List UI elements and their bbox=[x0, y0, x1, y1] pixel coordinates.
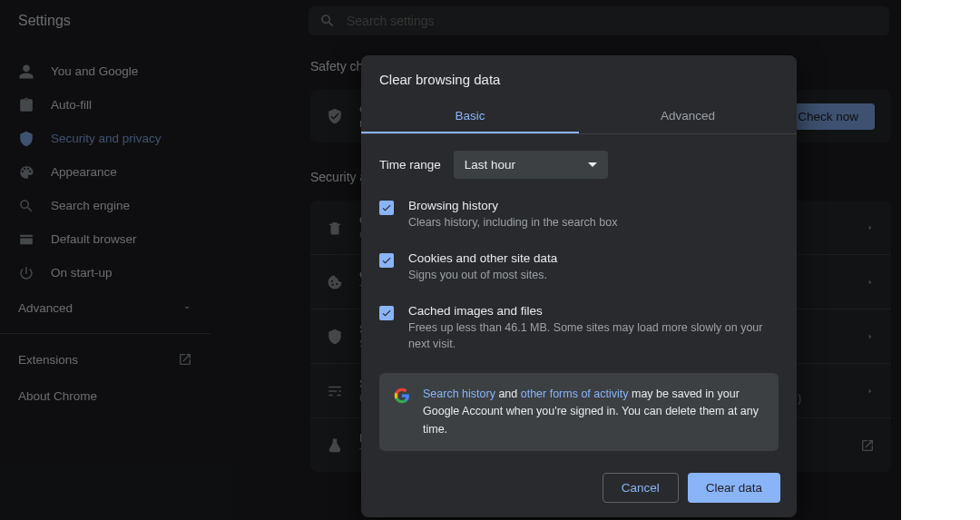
tab-basic[interactable]: Basic bbox=[361, 100, 579, 133]
search-field[interactable] bbox=[347, 14, 878, 28]
sidebar-item-appearance[interactable]: Appearance bbox=[0, 155, 211, 189]
sidebar-item-label: You and Google bbox=[51, 64, 138, 78]
sidebar-item-on-startup[interactable]: On start-up bbox=[0, 256, 211, 289]
dialog-title: Clear browsing data bbox=[361, 55, 797, 100]
option-subtitle: Frees up less than 46.1 MB. Some sites m… bbox=[408, 319, 779, 354]
checkbox-browsing-history[interactable] bbox=[379, 201, 394, 215]
trash-icon bbox=[327, 220, 343, 236]
option-browsing-history: Browsing history Clears history, includi… bbox=[379, 199, 779, 231]
page-title: Settings bbox=[18, 13, 71, 29]
time-range-value: Last hour bbox=[465, 158, 515, 172]
check-icon bbox=[381, 202, 392, 213]
open-in-new-icon bbox=[860, 438, 875, 453]
cookie-icon bbox=[327, 274, 343, 290]
search-settings-input[interactable] bbox=[309, 6, 889, 35]
sidebar-item-security[interactable]: Security and privacy bbox=[0, 122, 211, 155]
option-title: Cookies and other site data bbox=[408, 251, 557, 265]
option-title: Browsing history bbox=[408, 199, 617, 212]
chevron-down-icon bbox=[588, 162, 597, 167]
option-cache: Cached images and files Frees up less th… bbox=[379, 304, 779, 354]
check-icon bbox=[381, 308, 392, 319]
dialog-footer: Cancel Clear data bbox=[361, 458, 797, 517]
check-icon bbox=[381, 255, 392, 266]
chevron-right-icon bbox=[866, 332, 875, 341]
checkbox-cookies[interactable] bbox=[379, 253, 394, 268]
tab-advanced[interactable]: Advanced bbox=[579, 100, 797, 133]
settings-app: Settings You and Google Auto-fill Securi… bbox=[0, 0, 901, 520]
time-range-row: Time range Last hour bbox=[379, 151, 779, 179]
time-range-label: Time range bbox=[379, 158, 441, 172]
google-icon bbox=[394, 388, 410, 404]
sidebar-about-label: About Chrome bbox=[18, 389, 97, 403]
sidebar-item-label: Auto-fill bbox=[51, 98, 92, 112]
sidebar-extensions-label: Extensions bbox=[18, 353, 78, 367]
sidebar-item-search-engine[interactable]: Search engine bbox=[0, 189, 211, 222]
divider bbox=[0, 333, 211, 334]
tune-icon bbox=[327, 383, 343, 399]
sidebar-item-default-browser[interactable]: Default browser bbox=[0, 222, 211, 256]
sidebar: You and Google Auto-fill Security and pr… bbox=[0, 41, 211, 520]
palette-icon bbox=[18, 164, 34, 181]
option-cookies: Cookies and other site data Signs you ou… bbox=[379, 251, 779, 284]
dialog-tabs: Basic Advanced bbox=[361, 100, 797, 134]
sidebar-extensions[interactable]: Extensions bbox=[0, 341, 211, 378]
open-in-new-icon bbox=[178, 352, 192, 367]
search-icon bbox=[18, 198, 34, 214]
chevron-right-icon bbox=[866, 223, 875, 232]
sidebar-about-chrome[interactable]: About Chrome bbox=[0, 378, 211, 414]
search-history-link[interactable]: Search history bbox=[423, 388, 495, 400]
clear-data-button[interactable]: Clear data bbox=[688, 473, 780, 503]
sidebar-item-label: Default browser bbox=[51, 232, 137, 246]
clear-browsing-data-dialog: Clear browsing data Basic Advanced Time … bbox=[361, 55, 797, 517]
dialog-body: Time range Last hour Browsing history Cl… bbox=[361, 134, 797, 458]
option-title: Cached images and files bbox=[408, 304, 779, 318]
option-subtitle: Signs you out of most sites. bbox=[408, 267, 557, 284]
sidebar-item-label: On start-up bbox=[51, 266, 113, 280]
checkbox-cache[interactable] bbox=[379, 306, 394, 320]
sidebar-item-auto-fill[interactable]: Auto-fill bbox=[0, 88, 211, 122]
shield-check-icon bbox=[327, 108, 343, 124]
google-account-info: Search history and other forms of activi… bbox=[379, 373, 779, 451]
flask-icon bbox=[327, 437, 343, 454]
power-icon bbox=[18, 265, 34, 281]
person-icon bbox=[18, 64, 34, 80]
search-icon bbox=[319, 13, 336, 29]
time-range-select[interactable]: Last hour bbox=[454, 151, 608, 179]
info-text: Search history and other forms of activi… bbox=[423, 386, 764, 438]
chevron-down-icon bbox=[181, 302, 192, 313]
sidebar-item-label: Security and privacy bbox=[51, 132, 162, 145]
other-activity-link[interactable]: other forms of activity bbox=[521, 388, 629, 400]
chevron-right-icon bbox=[866, 278, 875, 287]
option-subtitle: Clears history, including in the search … bbox=[408, 214, 617, 231]
sidebar-item-label: Search engine bbox=[51, 199, 130, 212]
sidebar-advanced-toggle[interactable]: Advanced bbox=[0, 289, 211, 326]
clipboard-icon bbox=[18, 97, 34, 113]
chevron-right-icon bbox=[866, 387, 875, 396]
shield-icon bbox=[18, 131, 34, 147]
sidebar-item-you-and-google[interactable]: You and Google bbox=[0, 54, 211, 88]
sidebar-advanced-label: Advanced bbox=[18, 301, 73, 315]
info-text-mid: and bbox=[495, 388, 521, 400]
sidebar-item-label: Appearance bbox=[51, 165, 117, 179]
browser-icon bbox=[18, 231, 34, 248]
cancel-button[interactable]: Cancel bbox=[603, 473, 679, 503]
shield-icon bbox=[327, 329, 343, 345]
